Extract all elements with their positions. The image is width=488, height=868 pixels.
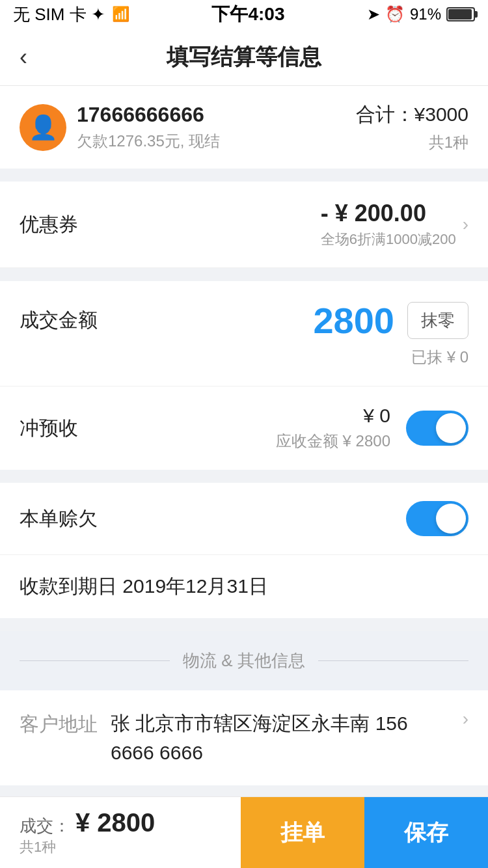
bottom-transaction-label: 成交：	[20, 815, 70, 837]
erased-amount: 已抹 ¥ 0	[20, 347, 468, 368]
customer-info: 17666666666 欠款1276.35元, 现结	[77, 103, 220, 152]
prepayment-amount: ¥ 0	[276, 405, 390, 427]
toggle-knob	[436, 413, 466, 443]
amount-section: 成交金额 2800 抹零 已抹 ¥ 0	[0, 281, 488, 386]
gap-4	[0, 618, 488, 631]
bad-debt-row: 本单赊欠	[0, 483, 488, 554]
prepayment-right: ¥ 0 应收金额 ¥ 2800	[276, 405, 390, 452]
sim-label: 无 SIM 卡 ✦	[13, 3, 105, 26]
avatar-icon: 👤	[29, 114, 58, 141]
address-chevron-icon: ›	[463, 709, 468, 729]
status-bar: 无 SIM 卡 ✦ 📶 下午4:03 ➤ ⏰ 91%	[0, 0, 488, 29]
alarm-icon: ⏰	[385, 5, 405, 23]
bad-debt-toggle[interactable]	[406, 501, 468, 536]
bad-debt-toggle-knob	[436, 504, 466, 534]
back-button[interactable]: ‹	[20, 44, 27, 71]
gap-3	[0, 470, 488, 483]
coupon-chevron-icon: ›	[463, 214, 468, 235]
address-label: 客户地址	[20, 711, 98, 738]
battery-percent: 91%	[410, 5, 441, 23]
location-icon: ➤	[367, 5, 380, 23]
customer-totals: 合计：¥3000 共1种	[356, 102, 468, 153]
amount-row: 成交金额 2800 抹零	[20, 299, 468, 342]
bottom-count: 共1种	[20, 837, 221, 857]
nav-bar: ‹ 填写结算等信息	[0, 29, 488, 86]
gap-1	[0, 169, 488, 182]
customer-phone: 17666666666	[77, 103, 220, 127]
address-row[interactable]: 客户地址 张 北京市市辖区海淀区永丰南 156 6666 6666 ›	[0, 690, 488, 785]
amount-right: 2800 抹零	[313, 299, 468, 342]
status-time: 下午4:03	[211, 2, 284, 27]
bottom-summary: 成交： ¥ 2800 共1种	[0, 797, 241, 868]
status-right: ➤ ⏰ 91%	[367, 5, 475, 23]
amount-label: 成交金额	[20, 307, 98, 334]
status-left: 无 SIM 卡 ✦ 📶	[13, 3, 129, 26]
bottom-amount: ¥ 2800	[75, 808, 155, 837]
prepayment-toggle[interactable]	[406, 411, 468, 446]
battery-icon	[446, 7, 475, 21]
page-title: 填写结算等信息	[167, 42, 321, 72]
header-line-right	[318, 660, 468, 661]
coupon-right: - ¥ 200.00 全场6折满1000减200 ›	[321, 200, 468, 249]
customer-section: 👤 17666666666 欠款1276.35元, 现结 合计：¥3000 共1…	[0, 86, 488, 169]
avatar: 👤	[20, 104, 66, 151]
prepayment-row: 冲预收 ¥ 0 应收金额 ¥ 2800	[0, 386, 488, 470]
bad-debt-label: 本单赊欠	[20, 506, 98, 532]
pending-button[interactable]: 挂单	[241, 797, 364, 868]
logistics-header: 物流 & 其他信息	[0, 631, 488, 690]
due-date-text: 收款到期日 2019年12月31日	[20, 575, 268, 597]
prepayment-label: 冲预收	[20, 415, 78, 442]
bottom-bar: 成交： ¥ 2800 共1种 挂单 保存	[0, 796, 488, 868]
round-off-button[interactable]: 抹零	[407, 302, 468, 339]
logistics-header-text: 物流 & 其他信息	[183, 649, 305, 672]
transaction-amount: 2800	[313, 299, 394, 342]
coupon-desc: 全场6折满1000减200	[321, 230, 456, 249]
prepayment-receivable: 应收金额 ¥ 2800	[276, 431, 390, 452]
gap-2	[0, 268, 488, 281]
customer-debt: 欠款1276.35元, 现结	[77, 131, 220, 152]
coupon-row[interactable]: 优惠券 - ¥ 200.00 全场6折满1000减200 ›	[0, 182, 488, 268]
wifi-icon: 📶	[112, 6, 129, 23]
coupon-label: 优惠券	[20, 211, 78, 238]
total-amount: 合计：¥3000	[356, 102, 468, 128]
coupon-discount: - ¥ 200.00	[321, 200, 456, 227]
header-line-left	[20, 660, 170, 661]
total-count: 共1种	[356, 132, 468, 153]
address-value: 张 北京市市辖区海淀区永丰南 156 6666 6666	[111, 709, 450, 767]
due-date-row: 收款到期日 2019年12月31日	[0, 554, 488, 618]
save-button[interactable]: 保存	[364, 797, 488, 868]
